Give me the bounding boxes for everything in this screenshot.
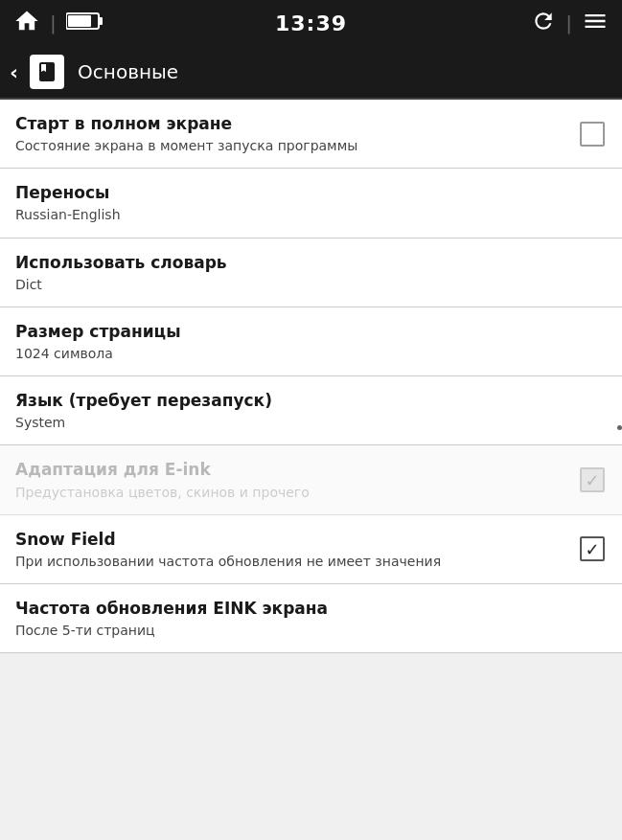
- setting-pagesize-title: Размер страницы: [15, 321, 595, 342]
- scroll-indicator: [617, 425, 622, 430]
- setting-eink-checkbox[interactable]: ✓: [578, 465, 607, 494]
- settings-list: Старт в полном экране Состояние экрана в…: [0, 100, 622, 653]
- setting-dictionary-text: Использовать словарь Dict: [15, 252, 607, 293]
- status-bar-right: |: [531, 8, 609, 38]
- setting-language-text: Язык (требует перезапуск) System: [15, 390, 607, 431]
- separator-2: |: [565, 11, 572, 34]
- page-header: ‹ Основные: [0, 46, 622, 100]
- svg-rect-1: [99, 17, 103, 25]
- settings-container: Старт в полном экране Состояние экрана в…: [0, 100, 622, 653]
- separator-1: |: [50, 11, 57, 34]
- setting-eink-title: Адаптация для E-ink: [15, 459, 566, 480]
- setting-eink[interactable]: Адаптация для E-ink Предустановка цветов…: [0, 445, 622, 514]
- setting-language[interactable]: Язык (требует перезапуск) System: [0, 376, 622, 445]
- setting-fullscreen-subtitle: Состояние экрана в момент запуска програ…: [15, 137, 566, 154]
- setting-pagesize-text: Размер страницы 1024 символа: [15, 321, 607, 362]
- setting-language-subtitle: System: [15, 414, 595, 431]
- status-bar: | 13:39 |: [0, 0, 622, 46]
- setting-language-title: Язык (требует перезапуск): [15, 390, 595, 411]
- setting-fullscreen-title: Старт в полном экране: [15, 113, 566, 134]
- setting-snowfield-checkbox[interactable]: ✓: [578, 534, 607, 563]
- setting-hyphenation-text: Переносы Russian-English: [15, 182, 607, 223]
- setting-snowfield[interactable]: Snow Field При использовании частота обн…: [0, 515, 622, 584]
- setting-hyphenation-subtitle: Russian-English: [15, 206, 595, 223]
- refresh-icon[interactable]: [531, 9, 556, 37]
- checkbox-checked-snowfield: ✓: [580, 536, 605, 561]
- back-button[interactable]: ‹: [10, 60, 18, 84]
- status-bar-time: 13:39: [275, 11, 347, 35]
- status-bar-left: |: [13, 8, 103, 38]
- setting-eink-subtitle: Предустановка цветов, скинов и прочего: [15, 484, 566, 501]
- home-icon[interactable]: [13, 8, 40, 38]
- setting-einkrate-text: Частота обновления EINK экрана После 5-т…: [15, 598, 607, 639]
- checkbox-empty-fullscreen: [580, 122, 605, 147]
- menu-icon[interactable]: [582, 8, 609, 38]
- setting-pagesize-subtitle: 1024 символа: [15, 345, 595, 362]
- setting-fullscreen-text: Старт в полном экране Состояние экрана в…: [15, 113, 578, 154]
- setting-fullscreen-checkbox[interactable]: [578, 120, 607, 148]
- svg-rect-2: [68, 15, 91, 27]
- checkbox-gray-eink: ✓: [580, 467, 605, 492]
- header-title: Основные: [78, 60, 178, 83]
- setting-snowfield-title: Snow Field: [15, 529, 566, 550]
- setting-dictionary-subtitle: Dict: [15, 276, 595, 293]
- setting-einkrate-subtitle: После 5-ти страниц: [15, 622, 595, 639]
- setting-dictionary-title: Использовать словарь: [15, 252, 595, 273]
- setting-einkrate-title: Частота обновления EINK экрана: [15, 598, 595, 619]
- header-book-icon: [30, 55, 64, 89]
- setting-eink-text: Адаптация для E-ink Предустановка цветов…: [15, 459, 578, 500]
- setting-pagesize[interactable]: Размер страницы 1024 символа: [0, 307, 622, 376]
- setting-fullscreen[interactable]: Старт в полном экране Состояние экрана в…: [0, 100, 622, 169]
- setting-dictionary[interactable]: Использовать словарь Dict: [0, 238, 622, 307]
- setting-snowfield-text: Snow Field При использовании частота обн…: [15, 529, 578, 570]
- setting-einkrate[interactable]: Частота обновления EINK экрана После 5-т…: [0, 584, 622, 653]
- setting-snowfield-subtitle: При использовании частота обновления не …: [15, 553, 566, 570]
- battery-icon: [66, 11, 103, 34]
- setting-hyphenation-title: Переносы: [15, 182, 595, 203]
- setting-hyphenation[interactable]: Переносы Russian-English: [0, 169, 622, 238]
